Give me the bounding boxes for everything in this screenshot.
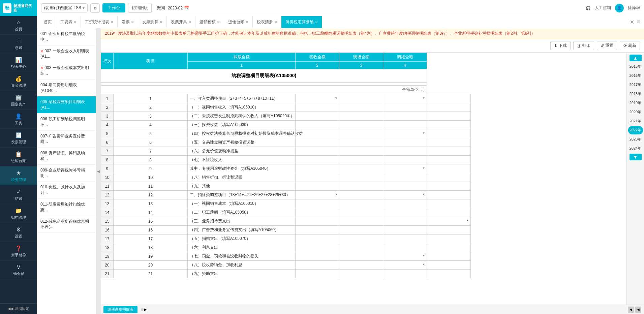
row-12-col-1[interactable] bbox=[339, 199, 383, 208]
sidebar-unpin[interactable]: ◀◀ 取消固定 bbox=[0, 303, 37, 314]
row-9-col-1[interactable] bbox=[339, 173, 383, 182]
sidebar-item-fixed-assets[interactable]: 🏢固定资产 bbox=[0, 91, 37, 110]
row-16-col-2[interactable] bbox=[383, 234, 427, 243]
more-tabs-btn[interactable]: ≡ bbox=[637, 19, 640, 25]
row-3-col-0[interactable] bbox=[296, 121, 339, 129]
tab-invoice-open[interactable]: 发票开具✕ bbox=[167, 16, 195, 28]
row-9-col-3[interactable] bbox=[427, 173, 471, 182]
left-panel-item-010[interactable]: 010-免税、减计收入及加计... bbox=[37, 182, 96, 199]
row-1-col-0[interactable] bbox=[296, 103, 339, 112]
row-0-col-0[interactable]: * bbox=[296, 94, 339, 103]
tab-close-payroll-stats[interactable]: ✕ bbox=[111, 20, 113, 24]
row-2-col-1[interactable] bbox=[339, 112, 383, 121]
row-19-col-1[interactable] bbox=[339, 261, 383, 270]
calendar-icon[interactable]: 📅 bbox=[184, 6, 189, 10]
row-15-col-3[interactable] bbox=[427, 226, 471, 234]
row-14-col-3[interactable]: * bbox=[427, 217, 471, 226]
row-item-16[interactable]: （五）捐赠支出（填写A105070） bbox=[188, 234, 296, 243]
row-8-col-2[interactable]: * bbox=[383, 164, 427, 173]
row-18-col-3[interactable] bbox=[427, 252, 471, 261]
row-item-4[interactable]: （四）按权益法核算长期股权投资对初始投资成本调整确认收益 bbox=[188, 129, 296, 138]
row-item-0[interactable]: 一、收入类调整项目（2+3+4+5+6+7+8+10+11） bbox=[188, 94, 296, 103]
sidebar-item-settlement[interactable]: ✓结账 bbox=[0, 185, 37, 204]
tab-payroll[interactable]: 工资表✕ bbox=[56, 16, 81, 28]
row-18-col-1[interactable] bbox=[339, 252, 383, 261]
tab-invoice-calc[interactable]: 发票测算✕ bbox=[138, 16, 167, 28]
row-6-col-0[interactable] bbox=[296, 147, 339, 156]
row-item-13[interactable]: （二）职工薪酬（填写A105050） bbox=[188, 208, 296, 217]
sidebar-item-finance[interactable]: 💰资金管理 bbox=[0, 72, 37, 91]
year-item-2023年[interactable]: 2023年 bbox=[628, 135, 643, 144]
row-0-col-1[interactable] bbox=[339, 94, 383, 103]
tab-close-income-tax[interactable]: ✕ bbox=[315, 20, 318, 24]
row-20-col-2[interactable] bbox=[383, 270, 427, 278]
row-13-col-1[interactable] bbox=[339, 208, 383, 217]
row-9-col-0[interactable] bbox=[296, 173, 339, 182]
scroll-right-arrow[interactable]: ▶ bbox=[144, 308, 147, 311]
row-20-col-1[interactable] bbox=[339, 270, 383, 278]
row-item-10[interactable]: （九）其他 bbox=[188, 182, 296, 191]
tab-home[interactable]: 首页 bbox=[40, 16, 56, 28]
user-name[interactable]: 徐泽华 bbox=[628, 5, 640, 11]
row-6-col-2[interactable] bbox=[383, 147, 427, 156]
customer-service-label[interactable]: 人工咨询 bbox=[595, 5, 611, 11]
row-item-17[interactable]: （六）利息支出 bbox=[188, 243, 296, 252]
row-2-col-2[interactable] bbox=[383, 112, 427, 121]
row-0-col-3[interactable] bbox=[427, 94, 471, 103]
row-5-col-0[interactable] bbox=[296, 138, 339, 147]
sidebar-item-tax-mgmt[interactable]: ★税务管理 bbox=[0, 166, 37, 185]
row-19-col-0[interactable] bbox=[296, 261, 339, 270]
year-item-2019年[interactable]: 2019年 bbox=[628, 99, 643, 107]
row-15-col-0[interactable] bbox=[296, 226, 339, 234]
row-8-col-3[interactable] bbox=[427, 164, 471, 173]
row-16-col-0[interactable] bbox=[296, 234, 339, 243]
row-5-col-1[interactable] bbox=[339, 138, 383, 147]
tab-close-input-tax-check[interactable]: ✕ bbox=[217, 20, 220, 24]
year-item-2022年[interactable]: 2022年 bbox=[628, 126, 643, 134]
row-13-col-0[interactable] bbox=[296, 208, 339, 217]
row-14-col-0[interactable] bbox=[296, 217, 339, 226]
row-17-col-0[interactable] bbox=[296, 243, 339, 252]
left-panel-item-007[interactable]: 007-广告费和业务宣传费附... bbox=[37, 131, 96, 148]
spreadsheet-main[interactable]: 纳税调整项目明细表(A105000)全额单位: 元行次项 目账载全额税收全额调增… bbox=[101, 53, 626, 305]
row-13-col-3[interactable] bbox=[427, 208, 471, 217]
row-10-col-3[interactable] bbox=[427, 182, 471, 191]
tab-close-input-ledger[interactable]: ✕ bbox=[246, 20, 248, 24]
row-item-19[interactable]: （八）税收滞纳金、加收利息 bbox=[188, 261, 296, 270]
tab-tax-clearance[interactable]: 税表清册✕ bbox=[253, 16, 281, 28]
sidebar-item-report[interactable]: 📊报表中心 bbox=[0, 53, 37, 72]
sidebar-item-input-ledger[interactable]: 📋进销台账 bbox=[0, 148, 37, 166]
old-version-button[interactable]: 切到旧版 bbox=[128, 3, 152, 13]
row-15-col-1[interactable] bbox=[339, 226, 383, 234]
download-button[interactable]: ⬇ 下载 bbox=[550, 41, 571, 50]
row-11-col-2[interactable]: * bbox=[383, 191, 427, 199]
row-item-7[interactable]: （七）不征税收入 bbox=[188, 156, 296, 164]
left-panel-item-008[interactable]: 008-资产折旧、摊销及纳税... bbox=[37, 148, 96, 165]
sidebar-item-archive[interactable]: 📁归档管理 bbox=[0, 204, 37, 223]
row-11-col-0[interactable]: * bbox=[296, 191, 339, 199]
row-9-col-2[interactable] bbox=[383, 173, 427, 182]
row-item-3[interactable]: （三）投资收益（填写A105030） bbox=[188, 121, 296, 129]
row-6-col-3[interactable] bbox=[427, 147, 471, 156]
row-13-col-2[interactable] bbox=[383, 208, 427, 217]
row-0-col-2[interactable]: * bbox=[383, 94, 427, 103]
tab-close-tax-clearance[interactable]: ✕ bbox=[274, 20, 277, 24]
sidebar-item-settings[interactable]: ⚙设置 bbox=[0, 223, 37, 242]
row-18-col-0[interactable] bbox=[296, 252, 339, 261]
row-3-col-2[interactable] bbox=[383, 121, 427, 129]
row-15-col-2[interactable] bbox=[383, 226, 427, 234]
row-item-11[interactable]: 二、扣除类调整项目（13+14+...24+26+27+28+29+30） bbox=[188, 191, 296, 199]
left-panel-item-011[interactable]: 011-研发费用加计扣除优惠... bbox=[37, 199, 96, 216]
row-11-col-1[interactable] bbox=[339, 191, 383, 199]
row-3-col-3[interactable] bbox=[427, 121, 471, 129]
row-item-6[interactable]: （六）公允价值变动净损益 bbox=[188, 147, 296, 156]
left-panel-item-005[interactable]: 005-纳税调整项目明细表(A1... bbox=[37, 96, 96, 114]
tab-income-tax[interactable]: 所得税汇算缴纳✕ bbox=[281, 16, 322, 28]
bottom-tab-tax-adjust[interactable]: 纳税调整明细表 bbox=[103, 306, 137, 313]
year-down-btn[interactable]: ▼ bbox=[630, 154, 642, 160]
tab-payroll-stats[interactable]: 工资统计报表✕ bbox=[81, 16, 118, 28]
scroll-left-btn[interactable]: ◀ bbox=[628, 307, 634, 313]
row-5-col-3[interactable] bbox=[427, 138, 471, 147]
company-selector[interactable]: (勿删) 江西股室-LSS ▾ bbox=[41, 3, 88, 12]
row-12-col-3[interactable] bbox=[427, 199, 471, 208]
